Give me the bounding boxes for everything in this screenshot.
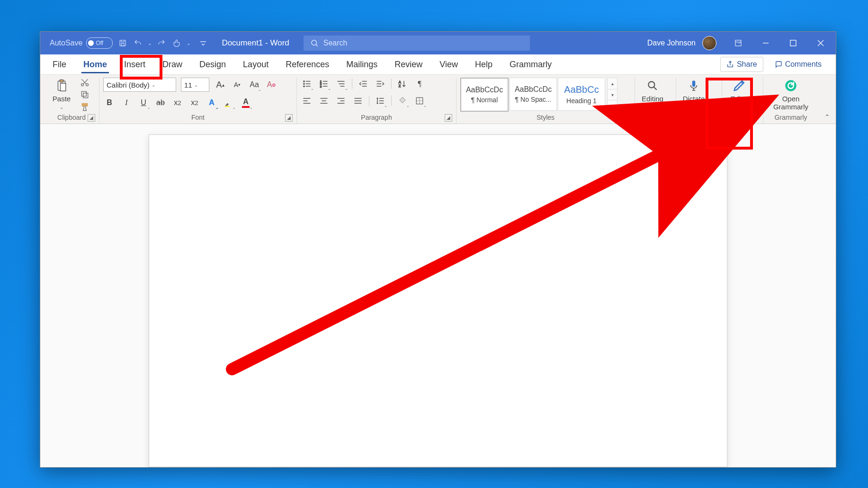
tab-help[interactable]: Help [466, 54, 501, 74]
svg-point-70 [785, 80, 796, 91]
touch-mode-icon[interactable] [171, 38, 182, 48]
close-button[interactable] [809, 32, 832, 54]
tab-grammarly[interactable]: Grammarly [501, 54, 560, 74]
font-size-select[interactable]: 11⌄ [181, 78, 209, 92]
svg-rect-12 [60, 80, 63, 82]
superscript-button[interactable]: x2 [188, 97, 201, 109]
paragraph-group-label: Paragraph [361, 114, 392, 121]
title-bar: AutoSave Off ⌄ ⌄ Document1 - W [40, 32, 836, 54]
tab-home[interactable]: Home [75, 54, 116, 74]
borders-icon[interactable]: ⌄ [413, 95, 426, 107]
underline-button[interactable]: U⌄ [137, 97, 150, 109]
document-page[interactable] [149, 134, 727, 468]
font-family-select[interactable]: Calibri (Body)⌄ [103, 78, 176, 92]
paste-button[interactable]: Paste ⌄ [48, 78, 75, 111]
bullets-icon[interactable]: ⌄ [301, 78, 313, 90]
undo-dropdown-icon[interactable]: ⌄ [148, 41, 152, 46]
ribbon-display-options-icon[interactable] [727, 32, 750, 54]
grow-font-icon[interactable]: A▴ [214, 79, 226, 91]
font-color-icon[interactable]: A⌄ [240, 97, 252, 109]
tab-view[interactable]: View [431, 54, 466, 74]
qat-customize-icon[interactable] [198, 38, 208, 48]
find-icon [646, 79, 659, 93]
desktop-background: AutoSave Off ⌄ ⌄ Document1 - W [0, 0, 868, 488]
show-paragraph-marks-icon[interactable]: ¶ [413, 78, 426, 90]
align-right-icon[interactable] [335, 95, 347, 107]
svg-point-24 [304, 83, 304, 84]
tab-review[interactable]: Review [386, 54, 431, 74]
svg-text:3: 3 [320, 85, 322, 88]
grammarly-group-label: Grammarly [774, 114, 807, 121]
paragraph-dialog-launcher[interactable]: ◢ [445, 114, 452, 122]
undo-icon[interactable] [133, 38, 143, 48]
sort-icon[interactable]: AZ [396, 78, 409, 90]
autosave-switch[interactable]: Off [86, 37, 113, 49]
tab-mailings[interactable]: Mailings [338, 54, 386, 74]
font-dialog-launcher[interactable]: ◢ [285, 114, 293, 122]
autosave-label: AutoSave [50, 39, 82, 47]
style-normal[interactable]: AaBbCcDc¶ Normal [460, 78, 509, 112]
svg-rect-7 [790, 40, 796, 46]
italic-button[interactable]: I [120, 97, 133, 109]
tab-insert[interactable]: Insert [116, 54, 154, 74]
touch-mode-dropdown-icon[interactable]: ⌄ [187, 41, 190, 46]
clipboard-dialog-launcher[interactable]: ◢ [88, 114, 95, 122]
dictate-button[interactable]: Dictate ⌄ [680, 78, 707, 111]
comments-button[interactable]: Comments [769, 57, 827, 71]
search-box[interactable]: Search [304, 35, 530, 51]
minimize-button[interactable] [754, 32, 777, 54]
svg-point-3 [312, 40, 317, 45]
autosave-toggle[interactable]: AutoSave Off [44, 37, 113, 49]
search-placeholder: Search [323, 39, 348, 47]
styles-group-label: Styles [537, 114, 555, 121]
comment-icon [775, 61, 782, 68]
tab-layout[interactable]: Layout [234, 54, 277, 74]
styles-scroll-up[interactable]: ▴ [608, 78, 617, 89]
cut-icon[interactable] [80, 78, 89, 87]
change-case-icon[interactable]: Aa⌄ [248, 79, 260, 91]
redo-icon[interactable] [156, 38, 167, 48]
clear-formatting-icon[interactable]: A⊘ [265, 79, 277, 91]
bold-button[interactable]: B [103, 97, 116, 109]
open-grammarly-button[interactable]: Open Grammarly [767, 78, 814, 112]
svg-rect-1 [121, 44, 124, 46]
increase-indent-icon[interactable] [374, 78, 386, 90]
save-icon[interactable] [117, 38, 128, 48]
style-no-spacing[interactable]: AaBbCcDc¶ No Spac... [510, 78, 557, 111]
share-button[interactable]: Share [720, 57, 763, 72]
collapse-ribbon-icon[interactable]: ⌃ [824, 113, 830, 121]
styles-scroll-down[interactable]: ▾ [608, 89, 617, 101]
styles-dialog-launcher[interactable]: ◢ [623, 114, 631, 122]
format-painter-icon[interactable] [80, 102, 89, 112]
avatar[interactable] [702, 36, 716, 50]
highlight-icon[interactable]: ⌄ [223, 97, 235, 109]
decrease-indent-icon[interactable] [357, 78, 369, 90]
tab-file[interactable]: File [44, 54, 75, 74]
text-effects-icon[interactable]: A⌄ [206, 97, 218, 109]
document-title: Document1 - Word [222, 38, 289, 48]
tab-design[interactable]: Design [191, 54, 234, 74]
tab-draw[interactable]: Draw [154, 54, 191, 74]
user-name[interactable]: Dave Johnson [647, 39, 696, 47]
editing-button[interactable]: Editing ⌄ [639, 78, 666, 111]
subscript-button[interactable]: x2 [171, 97, 184, 109]
clipboard-icon [54, 79, 70, 93]
strikethrough-button[interactable]: ab [154, 97, 167, 109]
multilevel-list-icon[interactable]: ⌄ [335, 78, 347, 90]
svg-rect-21 [225, 106, 230, 107]
justify-icon[interactable] [352, 95, 364, 107]
shading-icon[interactable]: ⌄ [396, 95, 409, 107]
editor-button[interactable]: Editor [726, 78, 753, 104]
align-center-icon[interactable] [318, 95, 330, 107]
shrink-font-icon[interactable]: A▾ [231, 79, 243, 91]
styles-gallery[interactable]: AaBbCcDc¶ Normal AaBbCcDc¶ No Spac... Aa… [460, 78, 617, 112]
maximize-button[interactable] [782, 32, 805, 54]
align-left-icon[interactable] [301, 95, 313, 107]
copy-icon[interactable] [80, 90, 89, 99]
numbering-icon[interactable]: 123⌄ [318, 78, 330, 90]
line-spacing-icon[interactable]: ⌄ [374, 95, 386, 107]
style-heading-1[interactable]: AaBbCcHeading 1 [558, 78, 605, 111]
tab-references[interactable]: References [277, 54, 338, 74]
styles-expand[interactable]: ▿ [608, 100, 617, 111]
document-area[interactable] [40, 124, 836, 468]
